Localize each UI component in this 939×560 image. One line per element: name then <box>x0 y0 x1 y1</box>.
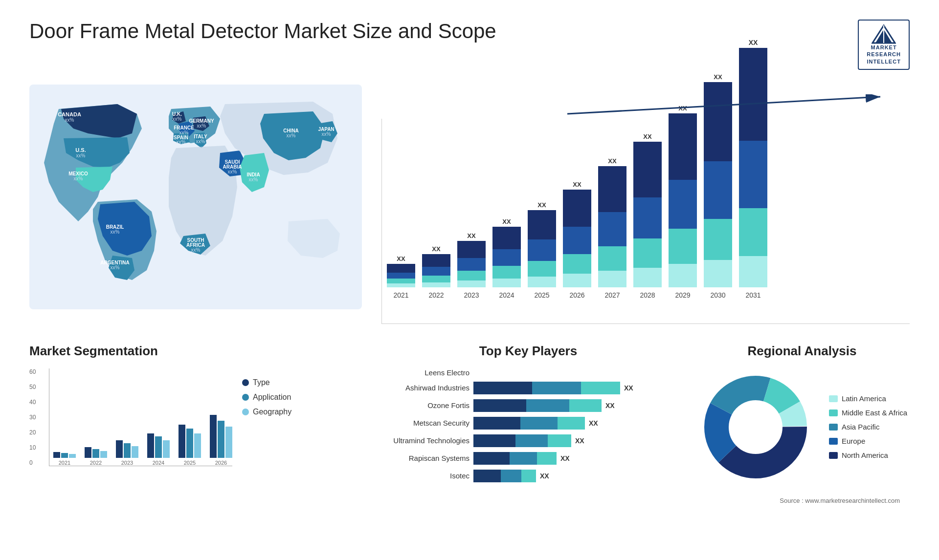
players-section: Top Key Players Leens Electro Ashirwad I… <box>377 344 680 487</box>
svg-point-43 <box>730 402 781 452</box>
svg-text:xx%: xx% <box>177 139 186 145</box>
legend-middle-east-africa: Middle East & Africa <box>829 409 907 417</box>
logo-text: MARKET RESEARCH INTELLECT <box>867 44 901 65</box>
source-text: Source : www.marketresearchintellect.com <box>29 497 910 504</box>
legend-type: Type <box>242 378 291 387</box>
page-title: Door Frame Metal Detector Market Size an… <box>29 20 496 43</box>
logo: MARKET RESEARCH INTELLECT <box>858 20 910 70</box>
trend-arrow-svg <box>553 94 895 119</box>
seg-bar-2021: 2021 <box>53 452 76 466</box>
bar-2026: XX 2026 <box>563 181 591 299</box>
seg-bar-2022: 2022 <box>85 447 107 466</box>
svg-text:xx%: xx% <box>65 117 74 123</box>
svg-text:xx%: xx% <box>228 169 237 174</box>
segmentation-section: Market Segmentation 60 50 40 30 20 10 0 <box>29 344 362 487</box>
legend-application: Application <box>242 393 291 402</box>
svg-text:xx%: xx% <box>191 247 201 253</box>
segmentation-title: Market Segmentation <box>29 344 362 359</box>
svg-text:xx%: xx% <box>111 229 120 235</box>
player-ultramind: Ultramind Technologies XX <box>377 434 680 447</box>
svg-text:xx%: xx% <box>322 131 331 137</box>
bar-2028: XX 2028 <box>633 133 662 299</box>
player-metscan: Metscan Security XX <box>377 417 680 430</box>
page: Door Frame Metal Detector Market Size an… <box>0 0 939 560</box>
seg-bar-2025: 2025 <box>179 425 201 466</box>
svg-text:xx%: xx% <box>287 133 296 138</box>
segmentation-chart: 2021 2022 <box>49 368 232 466</box>
growth-chart: XX 2021 XX <box>381 85 910 329</box>
svg-line-37 <box>567 97 880 114</box>
bar-2025: XX 2025 <box>528 201 556 299</box>
donut-chart <box>697 368 814 486</box>
player-leens-electro: Leens Electro <box>377 368 680 377</box>
legend-north-america: North America <box>829 451 907 459</box>
bar-2029: XX 2029 <box>669 105 697 299</box>
bar-2021: XX 2021 <box>387 255 415 299</box>
player-rapiscan: Rapiscan Systems XX <box>377 452 680 465</box>
legend-geography: Geography <box>242 408 291 416</box>
seg-bar-2023: 2023 <box>116 440 138 466</box>
player-ozone: Ozone Fortis XX <box>377 399 680 412</box>
header: Door Frame Metal Detector Market Size an… <box>29 20 910 70</box>
bar-2022: XX 2022 <box>422 245 450 299</box>
legend-asia-pacific: Asia Pacific <box>829 423 907 431</box>
legend-latin-america: Latin America <box>829 394 907 403</box>
svg-text:xx%: xx% <box>76 153 86 158</box>
svg-text:xx%: xx% <box>249 177 258 182</box>
bar-2023: XX 2023 <box>457 232 486 299</box>
map-svg: CANADA xx% U.S. xx% MEXICO xx% BRAZIL xx… <box>29 85 362 309</box>
regional-title: Regional Analysis <box>694 344 910 359</box>
svg-text:U.S.: U.S. <box>75 147 86 153</box>
legend-europe: Europe <box>829 437 907 445</box>
player-isotec: Isotec XX <box>377 470 680 482</box>
svg-text:xx%: xx% <box>111 265 120 270</box>
regional-legend: Latin America Middle East & Africa Asia … <box>829 394 907 459</box>
svg-text:xx%: xx% <box>197 123 206 129</box>
logo-icon <box>872 24 896 44</box>
player-ashirwad: Ashirwad Industries XX <box>377 382 680 394</box>
bar-2027: XX 2027 <box>598 157 626 299</box>
segmentation-legend: Type Application Geography <box>242 378 291 416</box>
world-map: CANADA xx% U.S. xx% MEXICO xx% BRAZIL xx… <box>29 85 362 329</box>
svg-text:xx%: xx% <box>74 176 83 181</box>
svg-text:CANADA: CANADA <box>58 111 81 117</box>
bar-2031: XX 2031 <box>739 39 767 299</box>
players-title: Top Key Players <box>377 344 680 359</box>
seg-bar-2024: 2024 <box>147 433 170 466</box>
svg-text:xx%: xx% <box>173 116 182 122</box>
bar-2024: XX 2024 <box>492 218 521 299</box>
seg-bar-2026: 2026 <box>210 415 232 466</box>
regional-section: Regional Analysis <box>694 344 910 487</box>
svg-text:xx%: xx% <box>196 139 205 144</box>
